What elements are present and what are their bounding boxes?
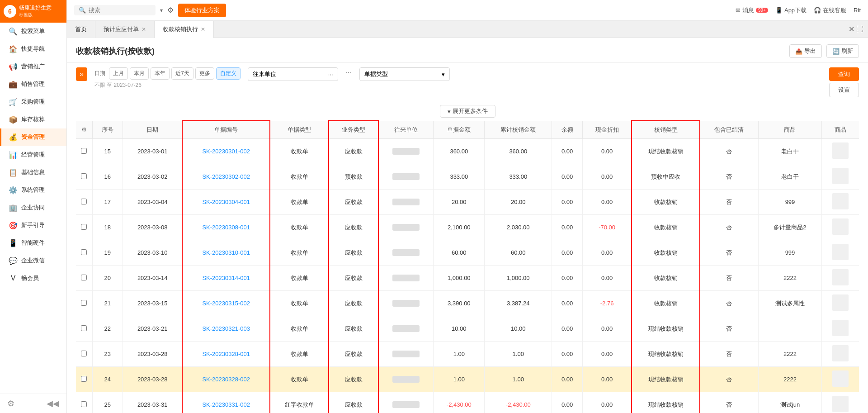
doc-no-link[interactable]: SK-20230304-001 <box>202 199 250 205</box>
sidebar-item-member[interactable]: V畅会员 <box>0 270 66 287</box>
row-checkbox[interactable] <box>81 199 87 204</box>
td-cash-discount: 0.00 <box>582 367 632 392</box>
sidebar-item-system[interactable]: ⚙️系统管理 <box>0 181 66 199</box>
doc-no-link[interactable]: SK-20230321-003 <box>202 325 250 332</box>
td-biz-type: 应收款 <box>329 367 378 392</box>
table-container[interactable]: ⚙ 序号 日期 单据编号 单据类型 业务类型 往来单位 单据金额 累计核销金额 … <box>67 120 868 413</box>
td-settings[interactable] <box>76 190 92 215</box>
sidebar-item-base[interactable]: 📋基础信息 <box>0 164 66 181</box>
td-settings[interactable] <box>76 316 92 342</box>
td-include-settled: 否 <box>700 367 758 392</box>
sidebar-item-quick-nav[interactable]: 🏠快捷导航 <box>0 40 66 58</box>
td-settings[interactable] <box>76 342 92 367</box>
sidebar-item-corp[interactable]: 🏢企业协同 <box>0 199 66 217</box>
filter-toggle-btn[interactable]: » <box>76 67 87 81</box>
doc-no-link[interactable]: SK-20230314-001 <box>202 275 250 281</box>
tab-expand-icon[interactable]: ⛶ <box>856 25 863 33</box>
filter-action-group: 查询 设置 <box>829 67 859 97</box>
row-checkbox[interactable] <box>81 300 87 306</box>
tab-payable[interactable]: 预计应应付单 ✕ <box>95 21 155 38</box>
row-checkbox[interactable] <box>81 148 87 154</box>
sidebar-item-sales[interactable]: 💼销售管理 <box>0 76 66 93</box>
filter-unit-select[interactable]: 往来单位 ··· <box>248 67 338 81</box>
td-writeoff-type: 预收中应收 <box>632 164 700 190</box>
doc-no-link[interactable]: SK-20230328-002 <box>202 376 250 383</box>
date-btn-this-year[interactable]: 本年 <box>151 67 170 80</box>
doc-no-link[interactable]: SK-20230301-002 <box>202 148 250 155</box>
topbar-search-container[interactable]: 🔍 <box>74 5 156 15</box>
expand-conditions-btn[interactable]: ▾ 展开更多条件 <box>440 105 495 118</box>
tab-receipts[interactable]: 收款核销执行 ✕ <box>155 21 214 38</box>
doc-no-link[interactable]: SK-20230328-001 <box>202 351 250 357</box>
messages-btn[interactable]: ✉ 消息 99+ <box>736 6 768 14</box>
date-btn-custom[interactable]: 自定义 <box>216 67 241 80</box>
tab-home[interactable]: 首页 <box>67 21 95 38</box>
row-checkbox[interactable] <box>81 173 87 179</box>
table-row: 18 2023-03-08 SK-20230308-001 收款单 应收款 ██… <box>76 215 859 240</box>
filter-separator: ··· <box>345 67 352 77</box>
refresh-btn[interactable]: 🔄 刷新 <box>826 44 859 58</box>
table-row: 16 2023-03-02 SK-20230302-002 收款单 预收款 ██… <box>76 164 859 190</box>
sidebar-item-finance[interactable]: 💰资金管理 <box>0 128 66 146</box>
row-checkbox[interactable] <box>81 275 87 280</box>
td-settings[interactable] <box>76 367 92 392</box>
date-btn-this-month[interactable]: 本月 <box>130 67 149 80</box>
industry-btn[interactable]: 体验行业方案 <box>178 4 226 17</box>
doc-no-link[interactable]: SK-20230302-002 <box>202 173 250 180</box>
row-checkbox[interactable] <box>81 249 87 255</box>
collapse-icon[interactable]: ◀◀ <box>47 399 59 408</box>
date-btn-7days[interactable]: 近7天 <box>171 67 193 80</box>
td-doc-type: 收款单 <box>270 190 329 215</box>
sidebar-item-hardware[interactable]: 📱智能硬件 <box>0 234 66 252</box>
row-checkbox[interactable] <box>81 351 87 356</box>
tab-close-all-icon[interactable]: ✕ <box>849 25 854 33</box>
row-checkbox[interactable] <box>81 376 87 382</box>
search-input[interactable] <box>89 7 143 14</box>
td-balance: 0.00 <box>552 266 582 291</box>
dropdown-arrow-icon[interactable]: ▾ <box>160 7 163 14</box>
query-btn[interactable]: 查询 <box>829 67 859 81</box>
th-settings[interactable]: ⚙ <box>76 121 92 139</box>
row-checkbox[interactable] <box>81 325 87 331</box>
gear-icon[interactable]: ⚙ <box>167 6 174 14</box>
sidebar-item-wechat[interactable]: 💬企业微信 <box>0 252 66 270</box>
doc-no-link[interactable]: SK-20230310-001 <box>202 249 250 256</box>
app-download-btn[interactable]: 📱 App下载 <box>775 6 807 14</box>
td-settings[interactable] <box>76 240 92 266</box>
td-cash-discount: 0.00 <box>582 342 632 367</box>
sidebar-item-guide[interactable]: 🎯新手引导 <box>0 217 66 234</box>
logo-text: 畅康道好生意 <box>19 5 52 12</box>
sidebar-item-inventory[interactable]: 📦库存核算 <box>0 111 66 128</box>
td-settings[interactable] <box>76 392 92 413</box>
row-checkbox[interactable] <box>81 401 87 407</box>
td-doc-no: SK-20230302-002 <box>182 164 270 190</box>
tab-payable-close[interactable]: ✕ <box>142 26 146 33</box>
user-btn[interactable]: Rit <box>854 7 861 14</box>
filter-type-select[interactable]: 单据类型 ▾ <box>359 67 450 81</box>
doc-no-link[interactable]: SK-20230331-002 <box>202 401 250 408</box>
th-amount: 单据金额 <box>434 121 485 139</box>
filter-settings-btn[interactable]: 设置 <box>829 83 859 97</box>
td-settings[interactable] <box>76 139 92 164</box>
row-checkbox[interactable] <box>81 224 87 230</box>
sidebar-item-operation[interactable]: 📊经营管理 <box>0 146 66 164</box>
td-settings[interactable] <box>76 164 92 190</box>
sidebar-item-marketing[interactable]: 📢营销推广 <box>0 58 66 76</box>
export-btn[interactable]: 📤 导出 <box>789 44 822 58</box>
settings-icon[interactable]: ⚙ <box>7 399 14 408</box>
td-writeoff-type: 现结收款核销 <box>632 367 700 392</box>
sidebar-item-purchase[interactable]: 🛒采购管理 <box>0 93 66 111</box>
sidebar-item-search[interactable]: 🔍搜索菜单 <box>0 23 66 40</box>
tab-receipts-close[interactable]: ✕ <box>201 26 205 33</box>
td-settings[interactable] <box>76 291 92 316</box>
td-date: 2023-03-14 <box>123 266 182 291</box>
support-btn[interactable]: 🎧 在线客服 <box>814 6 846 14</box>
doc-no-link[interactable]: SK-20230315-002 <box>202 300 250 307</box>
td-settings[interactable] <box>76 215 92 240</box>
sidebar-label-base: 基础信息 <box>21 168 45 176</box>
td-settings[interactable] <box>76 266 92 291</box>
date-btn-last-month[interactable]: 上月 <box>109 67 128 80</box>
date-btn-more[interactable]: 更多 <box>195 67 214 80</box>
doc-no-link[interactable]: SK-20230308-001 <box>202 224 250 231</box>
search-icon: 🔍 <box>79 7 86 14</box>
